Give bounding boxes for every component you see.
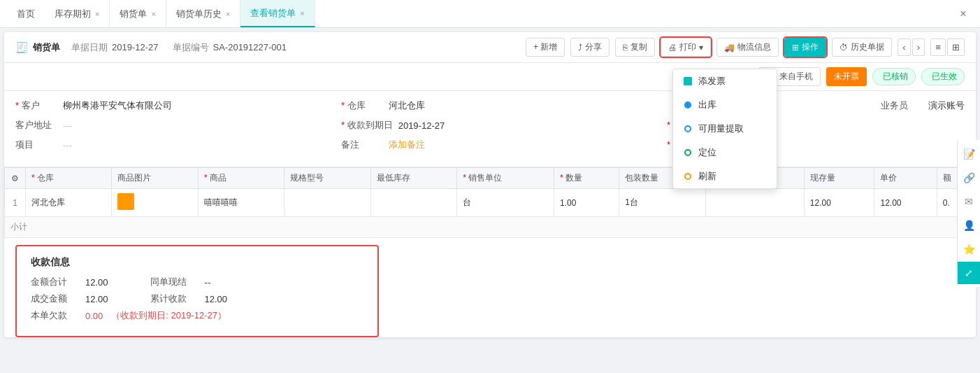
row-available bbox=[705, 189, 804, 217]
doc-actions: + 新增 ⤴ 分享 ⎘ 复制 🖨 打印 ▾ 🚚 物流信息 ⊞ 操作 bbox=[526, 38, 965, 57]
address-field: 客户地址 --- bbox=[15, 119, 313, 132]
payment-owed-value: 0.00 bbox=[85, 311, 103, 321]
locate-item[interactable]: 定位 bbox=[673, 141, 777, 164]
form-section: 客户 柳州粤港平安气体有限公司 仓库 河北仓库 业务员 演示账号 客户地址 --… bbox=[4, 91, 976, 167]
right-sidebar: 📝 🔗 ✉ 👤 ⭐ ⤢ bbox=[957, 140, 980, 287]
next-button[interactable]: › bbox=[912, 38, 925, 56]
copy-button[interactable]: ⎘ 复制 bbox=[615, 38, 655, 57]
add-invoice-icon bbox=[683, 76, 693, 86]
tab-inventory-init[interactable]: 库存期初 × bbox=[45, 0, 110, 27]
tab-view-sales[interactable]: 查看销货单 × bbox=[240, 0, 315, 27]
doc-number-field: 单据编号 SA-20191227-001 bbox=[173, 41, 287, 54]
project-label: 项目 bbox=[15, 139, 57, 151]
doc-icon: 🧾 bbox=[15, 41, 29, 54]
tab-sales-history[interactable]: 销货单历史 × bbox=[166, 0, 240, 27]
payment-same-order: 同单现结 -- bbox=[150, 276, 211, 288]
doc-number-label: 单据编号 bbox=[173, 41, 209, 54]
logistics-button[interactable]: 🚚 物流信息 bbox=[716, 38, 779, 57]
project-field: 项目 --- bbox=[15, 139, 313, 151]
row-warehouse: 河北仓库 bbox=[26, 189, 112, 217]
payment-deal-value: 12.00 bbox=[85, 294, 108, 304]
table-header-row: ⚙ * 仓库 商品图片 * 商品 规格型号 最低库存 * 销售单位 * 数量 包… bbox=[5, 168, 976, 189]
operations-button[interactable]: ⊞ 操作 bbox=[784, 38, 826, 57]
user-sidebar-icon[interactable]: 👤 bbox=[958, 214, 980, 237]
print-button[interactable]: 🖨 打印 ▾ bbox=[661, 38, 711, 57]
form-row-1: 客户 柳州粤港平安气体有限公司 仓库 河北仓库 业务员 演示账号 bbox=[15, 99, 965, 112]
prev-button[interactable]: ‹ bbox=[898, 38, 910, 56]
payment-row-2: 成交金额 12.00 累计收款 12.00 bbox=[31, 293, 363, 305]
truck-icon: 🚚 bbox=[724, 43, 735, 52]
tab-close-sales-order[interactable]: × bbox=[151, 10, 155, 18]
add-invoice-item[interactable]: 添发票 bbox=[673, 69, 777, 93]
history-button[interactable]: ⏱ 历史单据 bbox=[832, 38, 892, 57]
locate-label: 定位 bbox=[698, 146, 716, 159]
main-content: 🧾 销货单 单据日期 2019-12-27 单据编号 SA-20191227-0… bbox=[4, 32, 976, 337]
subtotal-row: 小计 bbox=[5, 217, 976, 238]
window-close-button[interactable]: × bbox=[953, 4, 973, 24]
link-sidebar-icon[interactable]: 🔗 bbox=[958, 167, 980, 189]
col-sales-unit: * 销售单位 bbox=[457, 168, 554, 189]
payment-deal-label: 成交金额 bbox=[31, 293, 80, 305]
doc-meta: 单据日期 2019-12-27 单据编号 SA-20191227-001 bbox=[71, 41, 514, 54]
tab-close-inventory-init[interactable]: × bbox=[95, 10, 99, 18]
add-note-button[interactable]: 添加备注 bbox=[389, 139, 425, 151]
doc-header: 🧾 销货单 单据日期 2019-12-27 单据编号 SA-20191227-0… bbox=[4, 32, 976, 63]
payment-accum-value: 12.00 bbox=[205, 294, 228, 304]
share-button[interactable]: ⤴ 分享 bbox=[570, 38, 610, 57]
doc-number-value: SA-20191227-001 bbox=[213, 42, 287, 52]
out-warehouse-item[interactable]: 出库 bbox=[673, 93, 777, 117]
tab-close-sales-history[interactable]: × bbox=[226, 10, 230, 18]
row-pack-qty: 1台 bbox=[619, 189, 705, 217]
payment-owed-label: 本单欠款 bbox=[31, 309, 80, 322]
warehouse-value: 河北仓库 bbox=[389, 99, 425, 112]
edit-sidebar-icon[interactable]: 📝 bbox=[958, 143, 980, 165]
tab-sales-order[interactable]: 销货单 × bbox=[110, 0, 166, 27]
product-table-wrap: ⚙ * 仓库 商品图片 * 商品 规格型号 最低库存 * 销售单位 * 数量 包… bbox=[4, 167, 976, 238]
tab-close-view-sales[interactable]: × bbox=[300, 9, 304, 17]
grid-icon: ⊞ bbox=[792, 43, 799, 52]
payment-total-amount: 金额合计 12.00 bbox=[31, 276, 108, 288]
col-min-stock: 最低库存 bbox=[370, 168, 456, 189]
row-unit-price: 12.00 bbox=[874, 189, 937, 217]
available-qty-label: 可用量提取 bbox=[698, 122, 744, 135]
expand-sidebar-icon[interactable]: ⤢ bbox=[958, 262, 980, 284]
sub-toolbar: 📱 来自手机 未开票 已核销 已生效 bbox=[4, 63, 976, 91]
print-dropdown-icon: ▾ bbox=[699, 43, 703, 52]
col-quantity: * 数量 bbox=[554, 168, 619, 189]
payment-same-label: 同单现结 bbox=[150, 276, 199, 288]
list-view-button[interactable]: ≡ bbox=[930, 38, 946, 56]
row-product-img bbox=[112, 189, 198, 217]
new-button[interactable]: + 新增 bbox=[526, 38, 565, 57]
col-current-stock: 现存量 bbox=[804, 168, 874, 189]
doc-title: 🧾 销货单 bbox=[15, 41, 60, 54]
tab-bar: 首页 库存期初 × 销货单 × 销货单历史 × 查看销货单 × × bbox=[0, 0, 980, 28]
payment-row-1: 金额合计 12.00 同单现结 -- bbox=[31, 276, 363, 288]
payment-accumulated: 累计收款 12.00 bbox=[150, 293, 228, 305]
doc-date-value: 2019-12-27 bbox=[112, 42, 159, 52]
out-warehouse-label: 出库 bbox=[698, 99, 716, 111]
mail-sidebar-icon[interactable]: ✉ bbox=[958, 190, 980, 213]
payment-title: 收款信息 bbox=[31, 256, 363, 269]
payment-same-value: -- bbox=[205, 277, 211, 288]
refresh-label: 刷新 bbox=[698, 170, 716, 183]
staff-value: 演示账号 bbox=[928, 99, 965, 112]
not-open-button[interactable]: 未开票 bbox=[826, 67, 867, 86]
doc-type-label: 销货单 bbox=[33, 41, 60, 54]
customer-value: 柳州粤港平安气体有限公司 bbox=[63, 99, 172, 112]
payment-total-value: 12.00 bbox=[85, 277, 108, 288]
available-qty-icon bbox=[683, 124, 693, 134]
refresh-item[interactable]: 刷新 bbox=[673, 164, 777, 188]
share-icon: ⤴ bbox=[578, 43, 582, 52]
row-current-stock: 12.00 bbox=[804, 189, 874, 217]
tab-home[interactable]: 首页 bbox=[7, 8, 45, 20]
col-unit-price: 单价 bbox=[874, 168, 937, 189]
payment-box: 收款信息 金额合计 12.00 同单现结 -- 成交金额 12.00 累计收款 … bbox=[15, 245, 379, 337]
payment-total-label: 金额合计 bbox=[31, 276, 80, 288]
grid-view-button[interactable]: ⊞ bbox=[947, 38, 965, 56]
out-warehouse-icon bbox=[683, 100, 693, 110]
available-qty-item[interactable]: 可用量提取 bbox=[673, 117, 777, 141]
history-icon: ⏱ bbox=[840, 43, 848, 52]
effective-tag: 已生效 bbox=[921, 68, 965, 85]
star-sidebar-icon[interactable]: ⭐ bbox=[958, 238, 980, 260]
payment-owed-note: （收款到期日: 2019-12-27） bbox=[111, 309, 226, 322]
